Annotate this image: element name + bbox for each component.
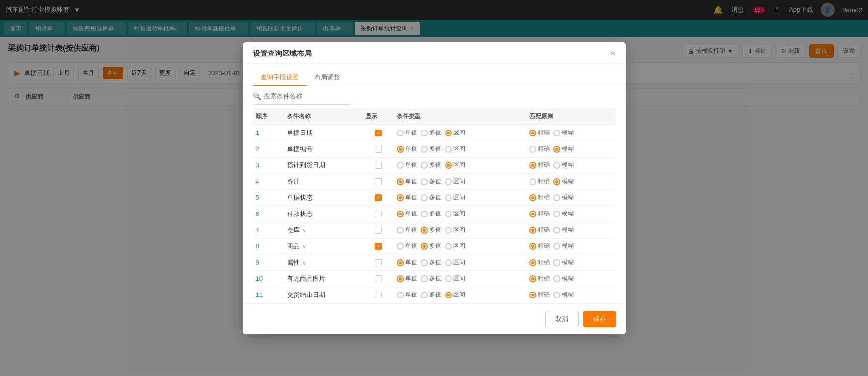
radio-circle <box>445 292 452 298</box>
type-radio-item[interactable]: 区间 <box>445 258 465 267</box>
type-radio-item[interactable]: 多值 <box>421 291 441 299</box>
match-radio-item[interactable]: 模糊 <box>553 274 574 283</box>
type-radio-item[interactable]: 多值 <box>421 242 441 250</box>
match-radio-item[interactable]: 精确 <box>529 274 550 283</box>
match-radio-item[interactable]: 模糊 <box>553 145 574 153</box>
type-radio-item[interactable]: 区间 <box>445 291 465 299</box>
dialog-close-button[interactable]: × <box>610 49 616 58</box>
display-checkbox[interactable] <box>375 275 382 282</box>
cancel-button[interactable]: 取消 <box>545 311 579 327</box>
match-radio-item[interactable]: 模糊 <box>553 177 574 186</box>
col-display: 显示 <box>363 108 394 125</box>
dialog-tab-layout[interactable]: 布局调整 <box>307 69 348 86</box>
radio-circle <box>445 130 452 136</box>
display-checkbox[interactable] <box>375 292 382 298</box>
type-radio-item[interactable]: 区间 <box>445 193 465 202</box>
type-radio-item[interactable]: 多值 <box>421 258 441 267</box>
match-radio-item[interactable]: 模糊 <box>553 291 574 299</box>
match-radio-item[interactable]: 精确 <box>529 161 550 169</box>
type-radio-item[interactable]: 区间 <box>445 210 465 218</box>
display-checkbox[interactable] <box>375 130 382 136</box>
type-radio-item[interactable]: 多值 <box>421 129 441 137</box>
type-radio-item[interactable]: 多值 <box>421 145 441 153</box>
row-display <box>363 222 394 238</box>
type-radio-item[interactable]: 单值 <box>397 258 417 267</box>
type-radio-item[interactable]: 区间 <box>445 274 465 283</box>
type-radio-item[interactable]: 区间 <box>445 177 465 186</box>
type-radio-item[interactable]: 单值 <box>397 242 417 250</box>
radio-circle <box>445 211 452 217</box>
match-radio-item[interactable]: 模糊 <box>553 161 574 169</box>
display-checkbox[interactable] <box>375 211 382 217</box>
match-radio-item[interactable]: 精确 <box>529 291 550 299</box>
type-radio-item[interactable]: 单值 <box>397 177 417 186</box>
radio-circle <box>421 146 428 153</box>
type-radio-item[interactable]: 单值 <box>397 291 417 299</box>
radio-circle <box>529 211 536 217</box>
row-order: 9 <box>253 254 284 270</box>
search-input[interactable] <box>264 92 351 100</box>
type-radio-item[interactable]: 多值 <box>421 210 441 218</box>
type-radio-item[interactable]: 区间 <box>445 226 465 234</box>
match-radio-item[interactable]: 模糊 <box>553 226 574 234</box>
match-radio-item[interactable]: 模糊 <box>553 242 574 250</box>
match-radio-item[interactable]: 精确 <box>529 226 550 234</box>
table-row: 3预计到货日期单值多值区间精确模糊 <box>253 157 616 173</box>
type-radio-item[interactable]: 区间 <box>445 242 465 250</box>
type-radio-item[interactable]: 单值 <box>397 161 417 169</box>
match-radio-item[interactable]: 精确 <box>529 193 550 202</box>
dropdown-arrow-icon[interactable]: ∨ <box>302 260 306 266</box>
display-checkbox[interactable] <box>375 146 382 153</box>
type-radio-item[interactable]: 单值 <box>397 274 417 283</box>
row-match: 精确模糊 <box>526 157 616 173</box>
type-radio-item[interactable]: 多值 <box>421 226 441 234</box>
row-match: 精确模糊 <box>526 238 616 254</box>
radio-circle <box>553 275 560 282</box>
save-button[interactable]: 保存 <box>583 311 616 327</box>
dropdown-arrow-icon[interactable]: ∨ <box>302 243 306 249</box>
match-radio-item[interactable]: 模糊 <box>553 129 574 137</box>
match-radio-item[interactable]: 精确 <box>529 210 550 218</box>
type-radio-item[interactable]: 区间 <box>445 161 465 169</box>
display-checkbox[interactable] <box>375 178 382 185</box>
display-checkbox[interactable] <box>375 259 382 266</box>
type-radio-item[interactable]: 多值 <box>421 274 441 283</box>
radio-circle <box>445 194 452 201</box>
row-display <box>363 125 394 141</box>
type-radio-item[interactable]: 单值 <box>397 145 417 153</box>
row-order: 4 <box>253 173 284 189</box>
radio-circle <box>421 162 428 169</box>
type-radio-item[interactable]: 单值 <box>397 193 417 202</box>
type-radio-item[interactable]: 单值 <box>397 210 417 218</box>
type-radio-item[interactable]: 单值 <box>397 129 417 137</box>
match-radio-item[interactable]: 模糊 <box>553 193 574 202</box>
row-name: 仓库 ∨ <box>284 222 363 238</box>
type-radio-item[interactable]: 多值 <box>421 161 441 169</box>
type-radio-item[interactable]: 多值 <box>421 177 441 186</box>
row-display <box>363 141 394 157</box>
match-radio-item[interactable]: 模糊 <box>553 210 574 218</box>
type-radio-item[interactable]: 单值 <box>397 226 417 234</box>
radio-circle <box>421 194 428 201</box>
display-checkbox[interactable] <box>375 194 382 201</box>
type-radio-item[interactable]: 区间 <box>445 145 465 153</box>
type-radio-item[interactable]: 多值 <box>421 193 441 202</box>
row-name: 商品 ∨ <box>284 238 363 254</box>
match-radio-item[interactable]: 精确 <box>529 129 550 137</box>
display-checkbox[interactable] <box>375 227 382 234</box>
display-checkbox[interactable] <box>375 162 382 169</box>
dialog-tabs: 查询字段设置 布局调整 <box>243 64 626 86</box>
row-name: 属性 ∨ <box>284 254 363 270</box>
dialog-tab-query-fields[interactable]: 查询字段设置 <box>253 69 307 86</box>
row-display <box>363 173 394 189</box>
match-radio-item[interactable]: 精确 <box>529 242 550 250</box>
table-row: 8商品 ∨单值多值区间精确模糊 <box>253 238 616 254</box>
match-radio-item[interactable]: 精确 <box>529 177 550 186</box>
match-radio-item[interactable]: 精确 <box>529 145 550 153</box>
type-radio-item[interactable]: 区间 <box>445 129 465 137</box>
match-radio-item[interactable]: 精确 <box>529 258 550 267</box>
match-radio-item[interactable]: 模糊 <box>553 258 574 267</box>
dropdown-arrow-icon[interactable]: ∨ <box>302 227 306 233</box>
radio-circle <box>553 130 560 136</box>
display-checkbox[interactable] <box>375 243 382 250</box>
